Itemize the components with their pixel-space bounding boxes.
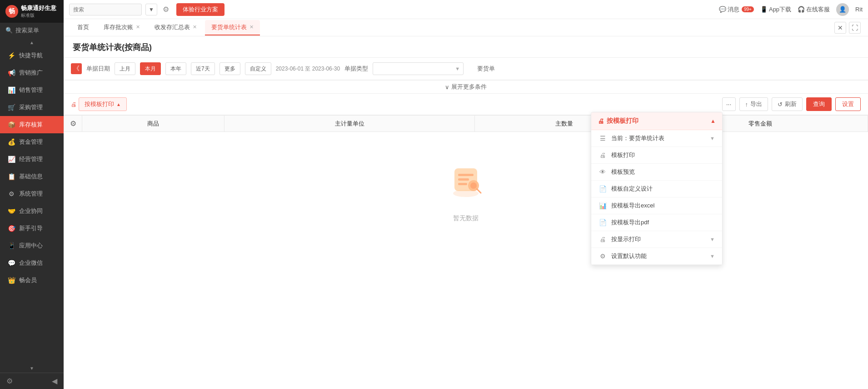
wechat-icon: 💬 xyxy=(7,259,15,267)
query-btn[interactable]: 查询 xyxy=(806,97,832,111)
export-btn[interactable]: ↑ 导出 xyxy=(739,97,768,111)
finance-icon: 💰 xyxy=(7,138,15,146)
username[interactable]: Rit xyxy=(855,6,863,13)
sidebar-nav: ⚡ 快捷导航 📢 营销推广 📊 销售管理 🛒 采购管理 📦 库存核算 💰 资金管… xyxy=(0,47,64,364)
current-arrow-icon: ▼ xyxy=(710,136,715,141)
app-logo: 畅 畅康通好生意 标准版 xyxy=(0,0,64,23)
print-panel-template-custom[interactable]: 📄 模板自定义设计 xyxy=(591,181,722,197)
tabs-expand-btn[interactable]: ⛶ xyxy=(849,22,861,34)
sidebar-item-label: 基础信息 xyxy=(19,172,43,181)
print-panel-display-print[interactable]: 🖨 按显示打印 ▼ xyxy=(591,231,722,248)
export-icon: ↑ xyxy=(745,101,748,108)
settings-btn[interactable]: 设置 xyxy=(835,97,861,111)
print-panel-current-item[interactable]: ☰ 当前：要货单统计表 ▼ xyxy=(591,130,722,147)
sidebar-item-label: 经营管理 xyxy=(19,155,43,163)
tab-collection-summary[interactable]: 收发存汇总表 ✕ xyxy=(148,20,203,35)
basic-icon: 📋 xyxy=(7,173,15,180)
sidebar-item-wechat[interactable]: 💬 企业微信 xyxy=(0,254,64,272)
newbie-icon: 🎯 xyxy=(7,225,15,232)
sidebar-item-enterprise[interactable]: 🤝 企业协同 xyxy=(0,202,64,220)
topbar: ▼ ⚙ 体验行业方案 💬 消息 99+ 📱 App下载 🎧 在线客服 👤 Rit xyxy=(64,0,868,19)
sidebar-item-sales[interactable]: 📊 销售管理 xyxy=(0,81,64,99)
tab-home[interactable]: 首页 xyxy=(71,20,95,35)
page-title: 要货单统计表(按商品) xyxy=(73,42,859,53)
sidebar-item-appstore[interactable]: 📱 应用中心 xyxy=(0,237,64,254)
print-panel-template-preview[interactable]: 👁 模板预览 xyxy=(591,164,722,181)
print-panel-template-print[interactable]: 🖨 模板打印 xyxy=(591,147,722,164)
more-options-btn[interactable]: ··· xyxy=(722,97,736,111)
refresh-btn[interactable]: ↺ 刷新 xyxy=(772,97,803,111)
date-7days-btn[interactable]: 近7天 xyxy=(191,62,215,75)
type-select[interactable] xyxy=(373,62,464,75)
tabs-close-all-btn[interactable]: ✕ xyxy=(834,22,846,34)
collapse-icon[interactable]: ◀ xyxy=(52,377,57,385)
service-icon: 🎧 xyxy=(798,6,805,13)
sidebar-item-operations[interactable]: 📈 经营管理 xyxy=(0,151,64,168)
date-this-year-btn[interactable]: 本年 xyxy=(165,62,186,75)
download-icon: 📱 xyxy=(760,6,768,13)
type-label: 单据类型 xyxy=(344,65,368,73)
date-more-btn[interactable]: 更多 xyxy=(219,62,240,75)
sidebar-item-label: 采购管理 xyxy=(19,103,43,111)
tab-close-batch-ledger[interactable]: ✕ xyxy=(136,24,140,30)
sidebar-item-newbie[interactable]: 🎯 新手引导 xyxy=(0,220,64,237)
date-label: 单据日期 xyxy=(86,65,110,73)
scroll-up-btn[interactable]: ▲ xyxy=(0,38,64,47)
sidebar-item-quick-nav[interactable]: ⚡ 快捷导航 xyxy=(0,47,64,64)
sidebar-footer: ⚙ ◀ xyxy=(0,373,64,389)
expand-more-icon: ∨ xyxy=(445,84,449,91)
filter-bar: 《 单据日期 上月 本月 本年 近7天 更多 自定义 2023-06-01 至 … xyxy=(64,58,868,80)
quick-nav-icon: ⚡ xyxy=(7,52,15,59)
print-panel-export-excel[interactable]: 📊 按模板导出excel xyxy=(591,197,722,214)
sidebar-item-label: 系统管理 xyxy=(19,190,43,198)
print-chevron-icon: ▲ xyxy=(116,102,121,107)
trial-btn[interactable]: 体验行业方案 xyxy=(176,3,224,16)
date-range-display: 2023-06-01 至 2023-06-30 xyxy=(276,65,340,73)
search-input[interactable] xyxy=(69,4,142,15)
template-custom-icon: 📄 xyxy=(599,185,607,192)
search-dropdown-btn[interactable]: ▼ xyxy=(145,4,157,15)
sidebar-item-label: 企业微信 xyxy=(19,259,43,267)
sidebar-item-purchase[interactable]: 🛒 采购管理 xyxy=(0,99,64,116)
tab-batch-ledger[interactable]: 库存批次账 ✕ xyxy=(97,20,146,35)
th-unit: 主计量单位 xyxy=(224,116,475,132)
online-service-btn[interactable]: 🎧 在线客服 xyxy=(798,5,830,14)
yaohuo-dan-label: 要货单 xyxy=(477,65,495,73)
app-download-btn[interactable]: 📱 App下载 xyxy=(760,5,791,14)
display-print-icon: 🖨 xyxy=(599,236,607,243)
svg-rect-3 xyxy=(458,178,469,181)
settings-gear-icon[interactable]: ⚙ xyxy=(163,5,169,14)
sidebar-item-label: 库存核算 xyxy=(19,121,43,129)
sidebar-item-basic[interactable]: 📋 基础信息 xyxy=(0,168,64,185)
tab-close-order-stats[interactable]: ✕ xyxy=(249,24,254,30)
tabs-bar: 首页 库存批次账 ✕ 收发存汇总表 ✕ 要货单统计表 ✕ ✕ ⛶ xyxy=(64,19,868,36)
expand-more-btn[interactable]: ∨ 展开更多条件 xyxy=(64,80,868,93)
message-btn[interactable]: 💬 消息 99+ xyxy=(719,5,754,14)
filter-expand-btn[interactable]: 《 xyxy=(71,63,82,74)
print-dropdown-btn[interactable]: 按模板打印 ▲ xyxy=(79,97,127,111)
export-excel-icon: 📊 xyxy=(599,202,607,209)
print-panel-export-pdf[interactable]: 📄 按模板导出pdf xyxy=(591,214,722,231)
sidebar-item-member[interactable]: 👑 畅会员 xyxy=(0,272,64,289)
app-name: 畅康通好生意 xyxy=(21,5,56,12)
print-panel-default-settings[interactable]: ⚙ 设置默认功能 ▼ xyxy=(591,248,722,265)
column-settings-icon[interactable]: ⚙ xyxy=(70,120,76,127)
scroll-down-btn[interactable]: ▼ xyxy=(0,364,64,373)
sidebar-item-system[interactable]: ⚙ 系统管理 xyxy=(0,185,64,202)
svg-rect-2 xyxy=(458,174,474,176)
user-avatar[interactable]: 👤 xyxy=(836,3,849,16)
date-custom-btn[interactable]: 自定义 xyxy=(245,62,271,75)
sidebar-item-finance[interactable]: 💰 资金管理 xyxy=(0,133,64,151)
tab-close-collection-summary[interactable]: ✕ xyxy=(193,24,197,30)
sidebar-item-marketing[interactable]: 📢 营销推广 xyxy=(0,64,64,81)
sidebar-item-inventory[interactable]: 📦 库存核算 xyxy=(0,116,64,133)
settings-footer-icon[interactable]: ⚙ xyxy=(6,377,13,385)
tab-order-stats[interactable]: 要货单统计表 ✕ xyxy=(205,20,260,35)
print-icon: 🖨 xyxy=(71,101,77,108)
empty-state: 暂无数据 xyxy=(64,132,868,250)
operations-icon: 📈 xyxy=(7,156,15,163)
message-badge: 99+ xyxy=(742,6,754,12)
date-this-month-btn[interactable]: 本月 xyxy=(140,62,161,75)
search-menu[interactable]: 🔍 搜索菜单 xyxy=(0,23,64,38)
date-last-month-btn[interactable]: 上月 xyxy=(115,62,135,75)
